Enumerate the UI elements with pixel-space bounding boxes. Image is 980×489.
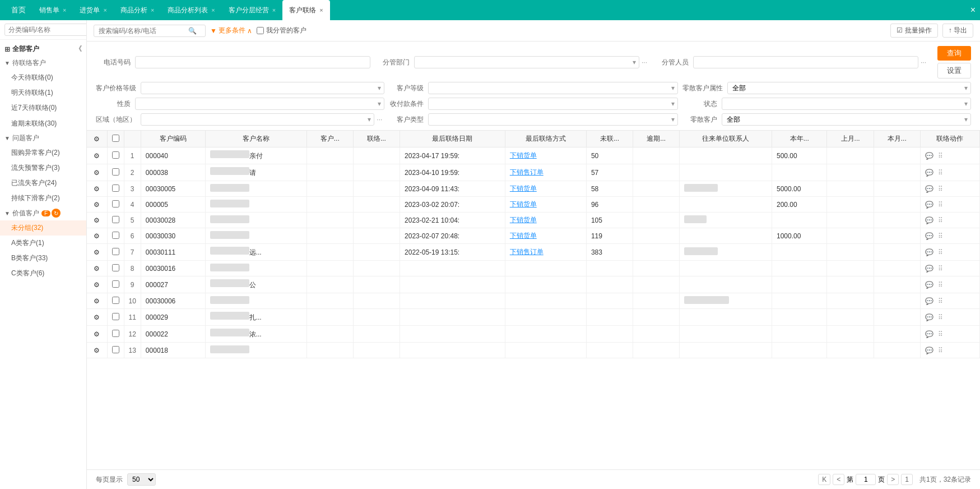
more-actions-icon[interactable]: ⠿ — [938, 281, 943, 289]
sidebar-item-churned[interactable]: 已流失客户(24) — [0, 176, 86, 191]
more-actions-icon[interactable]: ⠿ — [938, 330, 943, 338]
row-checkbox[interactable] — [107, 228, 124, 244]
row-settings[interactable]: ⚙ — [87, 276, 107, 293]
more-actions-icon[interactable]: ⠿ — [938, 297, 943, 305]
overdue-col-header[interactable]: 逾期... — [633, 131, 680, 147]
export-button[interactable]: ↑ 导出 — [942, 24, 973, 38]
row-settings[interactable]: ⚙ — [87, 228, 107, 244]
row-actions[interactable]: 💬⠿ — [920, 326, 979, 343]
nav-home[interactable]: 首页 — [4, 5, 32, 15]
row-select-checkbox[interactable] — [112, 297, 119, 304]
sidebar-item-class-c[interactable]: C类客户(6) — [0, 266, 86, 281]
settings-col-header[interactable]: ⚙ — [87, 131, 107, 147]
row-checkbox[interactable] — [107, 147, 124, 164]
row-settings[interactable]: ⚙ — [87, 244, 107, 261]
message-icon[interactable]: 💬 — [925, 330, 933, 338]
last-month-col-header[interactable]: 上月... — [827, 131, 874, 147]
tab-product-analysis-list[interactable]: 商品分析列表 × — [161, 0, 221, 20]
row-actions[interactable]: 💬⠿ — [920, 181, 979, 197]
not-contacted-col-header[interactable]: 未联... — [586, 131, 633, 147]
more-actions-icon[interactable]: ⠿ — [938, 169, 943, 177]
page-number-input[interactable] — [856, 474, 876, 485]
row-select-checkbox[interactable] — [112, 232, 119, 239]
row-actions[interactable]: 💬⠿ — [920, 244, 979, 261]
row-select-checkbox[interactable] — [112, 330, 119, 337]
last-contact-way[interactable] — [505, 326, 586, 343]
row-settings[interactable]: ⚙ — [87, 181, 107, 197]
all-customers-header[interactable]: ⊞ 全部客户 《 — [0, 40, 86, 56]
row-actions[interactable]: 💬⠿ — [920, 164, 979, 181]
sidebar-item-class-a[interactable]: A类客户(1) — [0, 236, 86, 251]
row-checkbox[interactable] — [107, 181, 124, 197]
last-contact-way[interactable]: 下销货单 — [505, 213, 586, 228]
row-checkbox[interactable] — [107, 244, 124, 261]
message-icon[interactable]: 💬 — [925, 265, 933, 273]
dept-select[interactable] — [414, 56, 639, 68]
row-actions[interactable]: 💬⠿ — [920, 261, 979, 276]
message-icon[interactable]: 💬 — [925, 201, 933, 209]
row-checkbox[interactable] — [107, 309, 124, 326]
section-problem-customers[interactable]: ▼ 问题客户 — [0, 131, 86, 145]
close-icon[interactable]: × — [151, 7, 154, 13]
region-select[interactable] — [141, 113, 374, 126]
message-icon[interactable]: 💬 — [925, 297, 933, 305]
tab-customer-contact[interactable]: 客户联络 × — [282, 0, 329, 20]
last-contact-way[interactable] — [505, 276, 586, 293]
sidebar-item-churn-warning[interactable]: 流失预警客户(3) — [0, 160, 86, 176]
close-icon[interactable]: × — [272, 7, 276, 13]
more-actions-icon[interactable]: ⠿ — [938, 201, 943, 209]
query-button[interactable]: 查询 — [937, 46, 971, 61]
category-search-input[interactable] — [4, 24, 87, 36]
more-actions-icon[interactable]: ⠿ — [938, 232, 943, 240]
more-actions-icon[interactable]: ⠿ — [938, 248, 943, 256]
message-icon[interactable]: 💬 — [925, 169, 933, 177]
row-settings[interactable]: ⚙ — [87, 164, 107, 181]
region-more-btn[interactable]: ··· — [374, 116, 384, 123]
name-col-header[interactable]: 客户名称 — [205, 131, 306, 147]
message-icon[interactable]: 💬 — [925, 185, 933, 193]
tab-customer-segment[interactable]: 客户分层经营 × — [222, 0, 282, 20]
batch-op-button[interactable]: ☑ 批量操作 — [890, 24, 937, 38]
sidebar-item-today[interactable]: 今天待联络(0) — [0, 70, 86, 85]
row-select-checkbox[interactable] — [112, 216, 119, 223]
dept-more-btn[interactable]: ··· — [639, 58, 649, 66]
row-actions[interactable]: 💬⠿ — [920, 147, 979, 164]
last-contact-way[interactable] — [505, 343, 586, 358]
manager-input[interactable] — [693, 56, 918, 68]
customer-level-select[interactable] — [428, 82, 677, 94]
next-page-button[interactable]: > — [887, 474, 899, 485]
refresh-badge[interactable]: ↻ — [52, 209, 61, 218]
sidebar-item-declining[interactable]: 持续下滑客户(2) — [0, 191, 86, 206]
row-settings[interactable]: ⚙ — [87, 261, 107, 276]
row-settings[interactable]: ⚙ — [87, 147, 107, 164]
last-contact-way[interactable]: 下销货单 — [505, 197, 586, 213]
row-select-checkbox[interactable] — [112, 200, 119, 207]
first-page-button[interactable]: K — [818, 474, 830, 485]
row-checkbox[interactable] — [107, 276, 124, 293]
last-contact-way[interactable]: 下销货单 — [505, 147, 586, 164]
sidebar-item-overdue[interactable]: 逾期未联络(30) — [0, 116, 86, 131]
row-select-checkbox[interactable] — [112, 264, 119, 271]
more-conditions-btn[interactable]: ▼ 更多条件 ∧ — [210, 26, 252, 35]
row-checkbox[interactable] — [107, 293, 124, 309]
row-actions[interactable]: 💬⠿ — [920, 276, 979, 293]
row-select-checkbox[interactable] — [112, 151, 119, 159]
row-select-checkbox[interactable] — [112, 280, 119, 288]
row-actions[interactable]: 💬⠿ — [920, 197, 979, 213]
row-settings[interactable]: ⚙ — [87, 293, 107, 309]
row-select-checkbox[interactable] — [112, 168, 119, 176]
close-icon[interactable]: × — [63, 7, 66, 13]
row-settings[interactable]: ⚙ — [87, 197, 107, 213]
more-actions-icon[interactable]: ⠿ — [938, 152, 943, 160]
row-checkbox[interactable] — [107, 261, 124, 276]
row-actions[interactable]: 💬⠿ — [920, 309, 979, 326]
last-page-button[interactable]: 1 — [901, 474, 913, 485]
last-contact-date-col-header[interactable]: 最后联络日期 — [400, 131, 505, 147]
last-contact-way[interactable]: 下销售订单 — [505, 244, 586, 261]
last-contact-way-col-header[interactable]: 最后联络方式 — [505, 131, 586, 147]
contact-col-header[interactable]: 联络... — [353, 131, 400, 147]
manager-more-btn[interactable]: ··· — [918, 58, 928, 66]
message-icon[interactable]: 💬 — [925, 248, 933, 256]
prev-page-button[interactable]: < — [833, 474, 844, 485]
payment-select[interactable] — [428, 98, 677, 110]
